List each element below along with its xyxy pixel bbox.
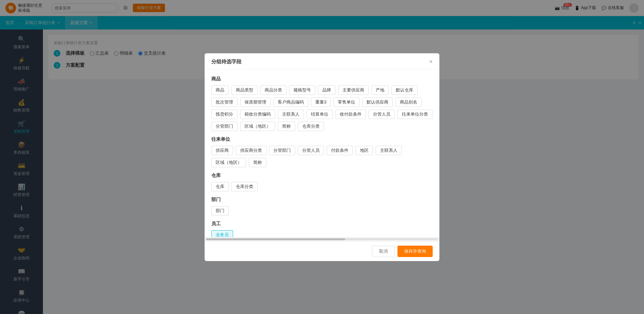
tag-retail-unit[interactable]: 零售单位 (333, 98, 360, 107)
tag-supplier-category[interactable]: 供应商分类 (236, 146, 266, 155)
staff-tag-group: 业务员 (211, 230, 433, 237)
tag-manager[interactable]: 分管人员 (369, 110, 395, 119)
warehouse-tag-group: 仓库 仓库分类 (211, 182, 433, 191)
tag-short-name[interactable]: 简称 (278, 122, 295, 131)
tag-warehouse-cat[interactable]: 仓库分类 (231, 182, 258, 191)
tag-product[interactable]: 商品 (211, 85, 229, 95)
tag-salesperson[interactable]: 业务员 (211, 230, 233, 237)
tag-main-contact[interactable]: 主联系人 (278, 110, 304, 119)
tag-settlement-unit[interactable]: 结算单位 (307, 110, 333, 119)
tag-pick-points[interactable]: 拣货积分 (211, 110, 237, 119)
save-query-button[interactable]: 保存并查询 (397, 246, 433, 257)
modal-close-button[interactable]: × (429, 59, 433, 65)
section-title-warehouse: 仓库 (211, 173, 433, 179)
tag-main-supplier[interactable]: 主要供应商 (338, 85, 369, 95)
tag-default-warehouse[interactable]: 默认仓库 (391, 85, 418, 95)
tag-partner-short-name[interactable]: 简称 (249, 158, 266, 167)
tag-partner-region[interactable]: 地区 (356, 146, 373, 155)
tag-tax-code[interactable]: 税收分类编码 (240, 110, 275, 119)
modal-overlay: 分组待选字段 × 商品 商品 商品类型 商品分类 规格型号 品牌 主要供应商 产… (0, 0, 644, 314)
tag-partner-manager[interactable]: 分管人员 (298, 146, 324, 155)
tag-product-type[interactable]: 商品类型 (231, 85, 258, 95)
hscroll-track (206, 238, 438, 240)
tag-expiry-management[interactable]: 保质期管理 (240, 98, 271, 107)
tag-warehouse[interactable]: 仓库 (211, 182, 229, 191)
tag-payment-terms[interactable]: 收付款条件 (335, 110, 366, 119)
tag-partner-main-contact[interactable]: 主联系人 (376, 146, 402, 155)
cancel-button[interactable]: 取消 (372, 246, 395, 257)
tag-origin[interactable]: 产地 (371, 85, 389, 95)
tag-batch-management[interactable]: 批次管理 (211, 98, 237, 107)
hscroll-thumb[interactable] (206, 238, 345, 240)
tag-partner-area[interactable]: 区域（地区） (211, 158, 246, 167)
tag-product-alias[interactable]: 商品别名 (395, 98, 422, 107)
tag-partner-category[interactable]: 往来单位分类 (397, 110, 432, 119)
tag-partner-dept[interactable]: 分管部门 (269, 146, 295, 155)
modal-body: 商品 商品 商品类型 商品分类 规格型号 品牌 主要供应商 产地 默认仓库 批次… (205, 69, 439, 237)
tag-product-category[interactable]: 商品分类 (260, 85, 286, 95)
tag-department[interactable]: 部门 (211, 206, 229, 215)
section-title-staff: 员工 (211, 221, 433, 227)
modal-title: 分组待选字段 (211, 59, 241, 65)
modal-header: 分组待选字段 × (205, 53, 439, 69)
product-tag-group: 商品 商品类型 商品分类 规格型号 品牌 主要供应商 产地 默认仓库 批次管理 … (211, 85, 433, 131)
tag-region[interactable]: 区域（地区） (240, 122, 275, 131)
section-title-product: 商品 (211, 76, 433, 82)
tag-brand[interactable]: 品牌 (318, 85, 335, 95)
tag-spec-model[interactable]: 规格型号 (289, 85, 315, 95)
tag-warehouse-category[interactable]: 仓库分类 (298, 122, 324, 131)
tag-supplier[interactable]: 供应商 (211, 146, 233, 155)
dept-tag-group: 部门 (211, 206, 433, 215)
field-select-modal: 分组待选字段 × 商品 商品 商品类型 商品分类 规格型号 品牌 主要供应商 产… (205, 53, 439, 261)
tag-default-supplier[interactable]: 默认供应商 (362, 98, 393, 107)
horizontal-scrollbar[interactable] (205, 237, 439, 241)
tag-dept[interactable]: 分管部门 (211, 122, 237, 131)
modal-footer: 取消 保存并查询 (205, 241, 439, 261)
tag-customer-product-code[interactable]: 客户商品编码 (273, 98, 308, 107)
partner-tag-group: 供应商 供应商分类 分管部门 分管人员 付款条件 地区 主联系人 区域（地区） … (211, 146, 433, 167)
section-title-partner: 往来单位 (211, 136, 433, 142)
section-title-dept: 部门 (211, 197, 433, 203)
tag-weight3[interactable]: 重量3 (311, 98, 331, 107)
tag-partner-payment[interactable]: 付款条件 (327, 146, 353, 155)
